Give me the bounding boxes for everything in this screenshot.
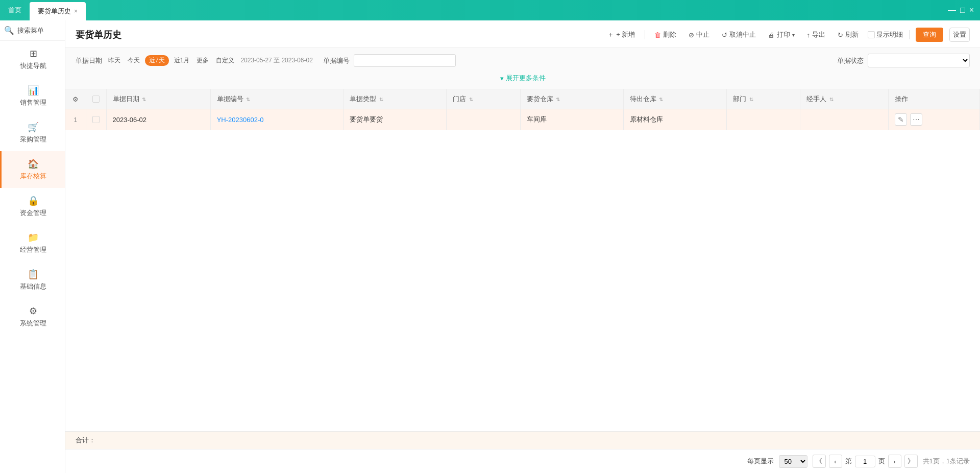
- sort-req-warehouse-icon: ⇅: [556, 97, 560, 102]
- sort-date-icon: ⇅: [142, 97, 146, 102]
- shortcut-yesterday[interactable]: 昨天: [106, 55, 122, 66]
- quick-nav-icon: ⊞: [30, 48, 37, 59]
- topbar-minimize-icon[interactable]: —: [948, 6, 956, 15]
- stop-icon: ⊘: [689, 31, 694, 39]
- display-detail-checkbox[interactable]: [868, 31, 875, 38]
- page-label-post: 页: [878, 457, 885, 466]
- th-department[interactable]: 部门 ⇅: [727, 89, 800, 109]
- row-checkbox[interactable]: [92, 116, 100, 123]
- status-select[interactable]: [868, 54, 970, 67]
- last-page-button[interactable]: 》: [904, 455, 918, 468]
- top-bar: 首页 要货单历史 × — □ ×: [0, 0, 980, 20]
- header-checkbox[interactable]: [92, 96, 100, 103]
- tab-bar: 首页 要货单历史 ×: [0, 0, 86, 20]
- topbar-right: — □ ×: [948, 6, 980, 15]
- actions-cell: ✎ ⋯: [895, 113, 973, 126]
- display-detail-button[interactable]: 显示明细: [868, 30, 903, 39]
- shortcut-more[interactable]: 更多: [194, 55, 211, 66]
- doc-number-input[interactable]: [354, 54, 456, 67]
- data-table: ⚙ 单据日期 ⇅ 单据编号 ⇅: [65, 89, 980, 130]
- page-header: 要货单历史 ＋ + 新增 🗑 删除 ⊘ 中止 ↺ 取消中止: [65, 20, 980, 48]
- pagination-bar: 每页显示 50 100 200 《 ‹ 第 页 › 》 共1页，1条记录: [65, 449, 980, 473]
- th-date[interactable]: 单据日期 ⇅: [106, 89, 210, 109]
- shortcut-custom[interactable]: 自定义: [214, 55, 236, 66]
- th-pending-warehouse[interactable]: 待出仓库 ⇅: [623, 89, 726, 109]
- table-footer: 合计：: [65, 431, 980, 449]
- purchase-icon: 🛒: [28, 122, 39, 133]
- status-label: 单据状态: [837, 56, 864, 65]
- filter-doc-number: 单据编号: [323, 54, 456, 67]
- settings-button[interactable]: 设置: [949, 28, 970, 42]
- page-number-input[interactable]: [855, 456, 875, 467]
- new-button[interactable]: ＋ + 新增: [604, 28, 638, 41]
- shortcut-today[interactable]: 今天: [126, 55, 142, 66]
- table-body: 1 2023-06-02 YH-20230602-0 要货单要货 车间库 原材料…: [65, 109, 980, 130]
- th-doc-type[interactable]: 单据类型 ⇅: [344, 89, 447, 109]
- doc-number-link[interactable]: YH-20230602-0: [217, 116, 264, 124]
- page-title: 要货单历史: [76, 29, 121, 41]
- th-checkbox[interactable]: [86, 89, 106, 109]
- toolbar-divider-1: [645, 30, 645, 39]
- next-page-button[interactable]: ›: [888, 455, 901, 468]
- system-icon: ⚙: [29, 305, 37, 317]
- export-button[interactable]: ↑ 导出: [804, 28, 829, 41]
- first-page-button[interactable]: 《: [813, 455, 826, 468]
- th-req-warehouse[interactable]: 要货仓库 ⇅: [520, 89, 623, 109]
- table-row[interactable]: 1 2023-06-02 YH-20230602-0 要货单要货 车间库 原材料…: [65, 109, 980, 130]
- more-button[interactable]: ⋯: [910, 113, 922, 126]
- edit-button[interactable]: ✎: [895, 113, 907, 126]
- stop-button[interactable]: ⊘ 中止: [685, 28, 713, 41]
- sort-handler-icon: ⇅: [829, 97, 834, 102]
- topbar-maximize-icon[interactable]: □: [960, 6, 965, 15]
- shortcut-1month[interactable]: 近1月: [172, 55, 192, 66]
- sidebar-search[interactable]: 🔍 搜索菜单: [0, 20, 65, 41]
- sidebar-item-quick-nav[interactable]: ⊞ 快捷导航: [0, 41, 65, 78]
- cancel-stop-button[interactable]: ↺ 取消中止: [719, 28, 759, 41]
- th-doc-number[interactable]: 单据编号 ⇅: [210, 89, 344, 109]
- th-store[interactable]: 门店 ⇅: [447, 89, 520, 109]
- expand-icon: ▾: [500, 75, 504, 82]
- cell-num: 1: [65, 109, 86, 130]
- sidebar-item-inventory[interactable]: 🏠 库存核算: [0, 151, 65, 188]
- sidebar-item-finance[interactable]: 🔒 资金管理: [0, 188, 65, 225]
- sidebar-item-purchase[interactable]: 🛒 采购管理: [0, 114, 65, 151]
- th-settings[interactable]: ⚙: [65, 89, 86, 109]
- pagination-nav: 《 ‹ 第 页 › 》: [813, 455, 918, 468]
- delete-button[interactable]: 🗑 删除: [651, 28, 679, 41]
- th-handler[interactable]: 经手人 ⇅: [800, 89, 889, 109]
- sort-doc-number-icon: ⇅: [246, 97, 250, 102]
- cell-checkbox[interactable]: [86, 109, 106, 130]
- sidebar-item-basic[interactable]: 📋 基础信息: [0, 262, 65, 298]
- table-container: ⚙ 单据日期 ⇅ 单据编号 ⇅: [65, 89, 980, 431]
- shortcut-7days[interactable]: 近7天: [145, 55, 169, 66]
- close-tab-icon[interactable]: ×: [74, 8, 78, 15]
- query-button[interactable]: 查询: [916, 28, 943, 42]
- expand-more-button[interactable]: ▾ 展开更多条件: [76, 72, 970, 85]
- topbar-close-icon[interactable]: ×: [969, 6, 974, 15]
- toolbar: ＋ + 新增 🗑 删除 ⊘ 中止 ↺ 取消中止 🖨 打: [604, 28, 970, 42]
- cell-pending-warehouse: 原材料仓库: [623, 109, 726, 130]
- doc-number-label: 单据编号: [323, 56, 350, 65]
- tab-home[interactable]: 首页: [0, 0, 30, 20]
- sidebar-item-sales[interactable]: 📊 销售管理: [0, 78, 65, 114]
- filter-bar: 单据日期 昨天 今天 近7天 近1月 更多 自定义 2023-05-27 至 2…: [65, 48, 980, 89]
- prev-page-button[interactable]: ‹: [829, 455, 842, 468]
- sales-icon: 📊: [28, 85, 39, 96]
- cell-doc-type: 要货单要货: [344, 109, 447, 130]
- page-info: 共1页，1条记录: [923, 457, 970, 466]
- page-size-select[interactable]: 50 100 200: [779, 455, 807, 468]
- print-button[interactable]: 🖨 打印 ▾: [765, 28, 798, 41]
- sidebar-item-operations[interactable]: 📁 经营管理: [0, 225, 65, 262]
- sidebar-item-system[interactable]: ⚙ 系统管理: [0, 298, 65, 335]
- cell-store: [447, 109, 520, 130]
- sidebar: 🔍 搜索菜单 ⊞ 快捷导航 📊 销售管理 🛒 采购管理 🏠 库存核算 🔒 资金管…: [0, 20, 65, 473]
- date-shortcuts: 昨天 今天 近7天 近1月 更多 自定义: [106, 55, 236, 66]
- cell-actions: ✎ ⋯: [889, 109, 980, 130]
- refresh-button[interactable]: ↻ 刷新: [835, 28, 862, 41]
- tab-requisition-history[interactable]: 要货单历史 ×: [30, 2, 86, 20]
- cell-department: [727, 109, 800, 130]
- content-area: 要货单历史 ＋ + 新增 🗑 删除 ⊘ 中止 ↺ 取消中止: [65, 20, 980, 473]
- date-range-display: 2023-05-27 至 2023-06-02: [240, 56, 312, 65]
- finance-icon: 🔒: [28, 195, 39, 206]
- per-page-label: 每页显示: [747, 457, 774, 466]
